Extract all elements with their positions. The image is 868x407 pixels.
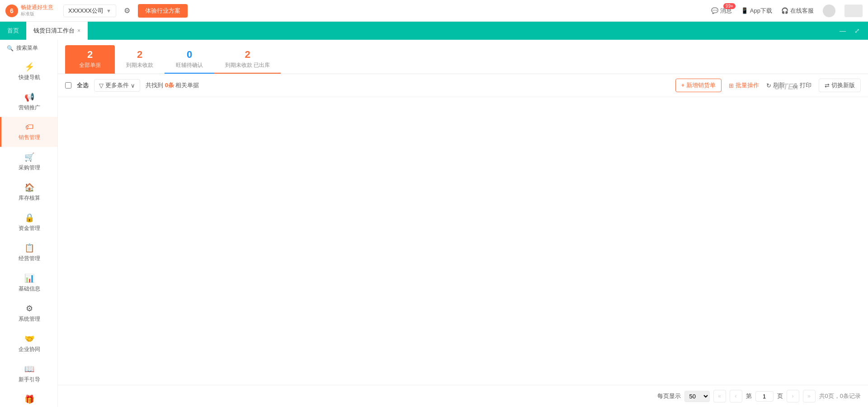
inventory-label: 库存核算 xyxy=(19,194,40,202)
sidebar-item-cooperation[interactable]: 🤝 企业协同 xyxy=(0,328,57,359)
logo-text: 畅捷通好生意 xyxy=(21,4,53,11)
guide-icon: 📖 xyxy=(24,364,34,374)
sidebar-item-purchase[interactable]: 🛒 采购管理 xyxy=(0,147,57,177)
sales-label: 销售管理 xyxy=(19,134,40,141)
print-button[interactable]: 🖨 打印 xyxy=(792,81,811,89)
stat-tab-overdue[interactable]: 2 到期未收款 xyxy=(115,45,165,74)
operations-icon: 📋 xyxy=(24,243,34,253)
sidebar-item-finance[interactable]: 🔒 资金管理 xyxy=(0,207,57,238)
logo-icon: 6 xyxy=(5,5,18,17)
print-icon: 🖨 xyxy=(792,82,798,89)
tab-maximize-button[interactable]: ⤢ xyxy=(852,25,863,36)
industry-button[interactable]: 体验行业方案 xyxy=(138,4,188,18)
switch-version-button[interactable]: ⇄ 切换新版 xyxy=(819,79,861,92)
marketing-label: 营销推广 xyxy=(19,104,40,112)
online-service-label: 在线客服 xyxy=(790,7,814,15)
page-input[interactable] xyxy=(755,391,774,402)
page-suffix: 页 xyxy=(777,392,783,400)
found-text: 共找到 0条 相关单据 xyxy=(146,81,199,89)
sidebar: 🔍 搜索菜单 ⚡ 快捷导航 📢 营销推广 🏷 销售管理 🛒 采购管理 🏠 库存核… xyxy=(0,40,58,407)
main-layout: 🔍 搜索菜单 ⚡ 快捷导航 📢 营销推广 🏷 销售管理 🛒 采购管理 🏠 库存核… xyxy=(0,40,868,407)
tab-home-label: 首页 xyxy=(7,27,19,35)
refresh-button[interactable]: ↻ 刷新 xyxy=(766,81,785,89)
filter-icon: ▽ xyxy=(99,82,104,89)
finance-icon: 🔒 xyxy=(24,213,34,223)
filter-label: 更多条件 xyxy=(105,81,129,89)
switch-label: 切换新版 xyxy=(831,81,855,89)
sidebar-item-sales[interactable]: 🏷 销售管理 xyxy=(0,117,57,147)
select-all-label: 全选 xyxy=(77,81,89,89)
table-area xyxy=(58,97,868,385)
prev-page-button[interactable]: ‹ xyxy=(730,390,742,402)
next-page-button[interactable]: › xyxy=(787,390,799,402)
message-item[interactable]: 💬 消息 99+ xyxy=(711,7,732,15)
system-label: 系统管理 xyxy=(19,315,40,323)
stat-tab-shipped[interactable]: 2 到期未收款 已出库 xyxy=(214,45,281,74)
basic-info-icon: 📊 xyxy=(24,273,34,283)
tab-close-icon[interactable]: × xyxy=(77,28,80,34)
sidebar-search[interactable]: 🔍 搜索菜单 xyxy=(0,40,57,56)
app-download-item[interactable]: 📱 App下载 xyxy=(741,7,772,15)
online-service-item[interactable]: 🎧 在线客服 xyxy=(781,7,814,15)
filter-button[interactable]: ▽ 更多条件 ∨ xyxy=(94,79,140,92)
search-label: 搜索菜单 xyxy=(16,44,38,52)
system-icon: ⚙ xyxy=(26,304,33,313)
sidebar-item-operations[interactable]: 📋 经营管理 xyxy=(0,238,57,268)
purchase-icon: 🛒 xyxy=(24,152,34,162)
select-all-checkbox[interactable] xyxy=(65,82,71,89)
batch-label: 批量操作 xyxy=(736,81,759,89)
stat-tab-pending[interactable]: 0 旺辅待确认 xyxy=(165,45,214,74)
tab-bar-right: — ⤢ xyxy=(837,25,868,36)
refresh-icon: ↻ xyxy=(766,82,771,89)
sidebar-item-marketing[interactable]: 📢 营销推广 xyxy=(0,87,57,117)
sales-icon: 🏷 xyxy=(25,122,33,132)
tab-minimize-button[interactable]: — xyxy=(837,25,848,36)
guide-label: 新手引导 xyxy=(19,376,40,384)
cooperation-icon: 🤝 xyxy=(24,334,34,344)
per-page-select[interactable]: 50 20 100 xyxy=(684,391,710,402)
sidebar-item-app-center[interactable]: 🎁 应用中心 xyxy=(0,389,57,407)
tab-active-label: 钱货日清工作台 xyxy=(33,27,75,35)
settings-button[interactable]: ⚙ xyxy=(120,4,134,18)
new-sales-order-button[interactable]: + 新增销货单 xyxy=(675,79,722,92)
stat-number-shipped: 2 xyxy=(245,49,250,61)
logo-text-area: 畅捷通好生意 标准版 xyxy=(21,4,53,18)
header-right: 💬 消息 99+ 📱 App下载 🎧 在线客服 xyxy=(711,5,863,17)
company-selector[interactable]: XXXXXX公司 ▼ xyxy=(63,5,116,17)
last-page-button[interactable]: » xyxy=(803,390,816,402)
sidebar-item-inventory[interactable]: 🏠 库存核算 xyxy=(0,177,57,207)
pagination-bar: 每页显示 50 20 100 « ‹ 第 页 › » 共0页，0条记录 xyxy=(58,385,868,407)
search-icon: 🔍 xyxy=(7,45,14,51)
tab-home[interactable]: 首页 xyxy=(0,22,26,40)
stat-tab-all[interactable]: 2 全部单据 xyxy=(65,45,115,74)
found-count: 0条 xyxy=(165,82,174,89)
logo-sub: 标准版 xyxy=(21,11,53,17)
tab-active[interactable]: 钱货日清工作台 × xyxy=(26,22,88,40)
app-download-icon: 📱 xyxy=(741,7,748,14)
purchase-label: 采购管理 xyxy=(19,164,40,172)
print-label: 打印 xyxy=(800,81,811,89)
sidebar-item-guide[interactable]: 📖 新手引导 xyxy=(0,359,57,389)
sidebar-item-quick-nav[interactable]: ⚡ 快捷导航 xyxy=(0,56,57,87)
batch-operation-button[interactable]: ⊞ 批量操作 xyxy=(729,81,759,89)
total-info: 共0页，0条记录 xyxy=(819,392,861,400)
stat-label-shipped: 到期未收款 已出库 xyxy=(225,61,270,69)
message-badge: 99+ xyxy=(723,3,736,9)
app-center-icon: 🎁 xyxy=(24,394,34,404)
content-area: 2 全部单据 2 到期未收款 0 旺辅待确认 2 到期未收款 已出库 全选 ▽ … xyxy=(58,40,868,407)
user-menu[interactable] xyxy=(844,5,863,17)
app-download-label: App下载 xyxy=(750,7,772,15)
avatar[interactable] xyxy=(823,5,835,17)
sidebar-item-system[interactable]: ⚙ 系统管理 xyxy=(0,298,57,328)
page-label: 第 xyxy=(746,392,752,400)
related-label: 相关单据 xyxy=(175,82,199,89)
inventory-icon: 🏠 xyxy=(24,182,34,192)
tab-bar: 首页 钱货日清工作台 × — ⤢ xyxy=(0,22,868,40)
first-page-button[interactable]: « xyxy=(713,390,726,402)
batch-icon: ⊞ xyxy=(729,82,734,89)
sidebar-item-basic-info[interactable]: 📊 基础信息 xyxy=(0,268,57,298)
switch-icon: ⇄ xyxy=(825,82,830,89)
company-arrow-icon: ▼ xyxy=(106,8,111,14)
stat-label-overdue: 到期未收款 xyxy=(126,61,153,69)
top-header: 6 畅捷通好生意 标准版 XXXXXX公司 ▼ ⚙ 体验行业方案 💬 消息 99… xyxy=(0,0,868,22)
